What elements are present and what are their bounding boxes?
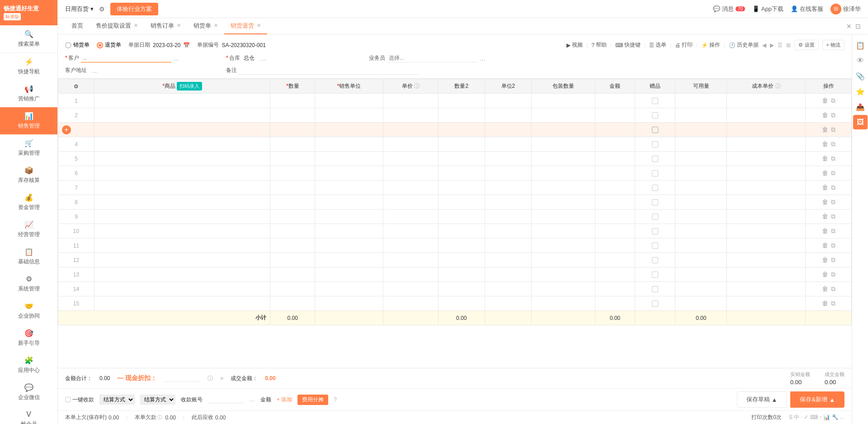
gift-checkbox[interactable] (652, 156, 658, 162)
sidebar-item-system[interactable]: ⚙ 系统管理 (0, 270, 57, 297)
gift-cell[interactable] (635, 94, 675, 108)
fee-split-btn[interactable]: 费用分摊 (297, 395, 328, 405)
gift-checkbox[interactable] (652, 214, 658, 220)
copy-icon[interactable]: ⧉ (831, 126, 835, 133)
formula-icon[interactable]: ⓘ (208, 375, 213, 382)
delete-icon[interactable]: 🗑 (822, 155, 828, 162)
app-download-btn[interactable]: 📱 App下载 (752, 5, 783, 13)
category-select[interactable]: 日用百货 ▾ (65, 5, 94, 13)
sidebar-item-quicknav[interactable]: ⚡ 快捷导航 (0, 53, 57, 80)
col-gear[interactable]: ⚙ (58, 79, 94, 94)
experience-btn[interactable]: 体验行业方案 (110, 3, 158, 15)
gift-checkbox[interactable] (652, 228, 658, 234)
one-click-checkbox[interactable] (65, 397, 71, 402)
delete-icon[interactable]: 🗑 (822, 111, 828, 119)
fee-help-icon[interactable]: ? (334, 396, 337, 403)
gift-checkbox[interactable] (652, 127, 658, 133)
copy-icon[interactable]: ⧉ (831, 184, 835, 191)
shortcut-btn[interactable]: ⌨ 快捷键 (615, 41, 641, 49)
sidebar-item-collab[interactable]: 🤝 企业协同 (0, 297, 57, 324)
delete-icon[interactable]: 🗑 (822, 97, 828, 105)
cost-price-cell[interactable] (727, 94, 806, 108)
available-cell[interactable] (675, 94, 727, 108)
gift-checkbox[interactable] (652, 141, 658, 148)
gift-checkbox[interactable] (652, 272, 658, 278)
right-panel-icon-2[interactable]: 👁 (853, 53, 868, 68)
tab-close-all-icon[interactable]: ✕ (846, 23, 852, 30)
delete-icon[interactable]: 🗑 (822, 256, 828, 264)
sidebar-item-operations[interactable]: 📈 经营管理 (0, 216, 57, 243)
calc-method-select[interactable]: 结算方式 (99, 395, 135, 405)
radio-return[interactable]: 退货单 (97, 41, 121, 49)
right-panel-icon-4[interactable]: ⭐ (853, 84, 868, 99)
sub-method-select[interactable]: 结算方式 (140, 395, 175, 405)
delete-icon[interactable]: 🗑 (822, 198, 828, 206)
address-dots[interactable]: … (92, 67, 99, 74)
add-row-btn[interactable]: + (62, 125, 71, 134)
gift-checkbox[interactable] (652, 257, 658, 263)
logistics-btn[interactable]: + 物流 (822, 40, 844, 50)
copy-icon[interactable]: ⧉ (831, 97, 835, 105)
sidebar-item-wechat[interactable]: 💬 企业微信 (0, 379, 57, 406)
delete-icon[interactable]: 🗑 (822, 271, 828, 278)
save-draft-btn[interactable]: 保存草稿 ▲ (737, 391, 787, 408)
unit2-cell[interactable] (485, 94, 531, 108)
tab-sales-order-close[interactable]: ✕ (177, 23, 181, 29)
message-btn[interactable]: 💬 消息 70 (713, 5, 745, 13)
delete-icon[interactable]: 🗑 (822, 213, 828, 220)
view-toggle-list[interactable]: ☰ (778, 42, 783, 48)
sidebar-item-inventory[interactable]: 📦 库存核算 (0, 162, 57, 189)
tab-home[interactable]: 首页 (65, 18, 90, 34)
sidebar-item-appstore[interactable]: 🧩 应用中心 (0, 352, 57, 379)
qty-cell[interactable] (270, 94, 315, 108)
delete-icon[interactable]: 🗑 (822, 242, 828, 249)
account-input[interactable] (208, 396, 244, 403)
tab-price-extract-close[interactable]: ✕ (134, 23, 138, 29)
gift-checkbox[interactable] (652, 170, 658, 176)
history-nav-next[interactable]: ▶ (770, 42, 774, 48)
sidebar-item-member[interactable]: V 畅会员 (0, 406, 57, 424)
one-click-pay[interactable]: 一键收款 (65, 396, 94, 404)
amount-cell[interactable] (595, 94, 635, 108)
user-menu[interactable]: 徐 徐泽华 (830, 4, 861, 14)
copy-icon[interactable]: ⧉ (831, 242, 835, 249)
copy-icon[interactable]: ⧉ (831, 140, 835, 148)
copy-icon[interactable]: ⧉ (831, 271, 835, 278)
gear-icon[interactable]: ⚙ (74, 83, 79, 90)
scan-btn[interactable]: 扫码录入 (177, 82, 202, 91)
gift-checkbox[interactable] (652, 243, 658, 249)
discount-input[interactable] (164, 375, 200, 382)
copy-icon[interactable]: ⧉ (831, 300, 835, 307)
right-panel-icon-6[interactable]: 🖼 (853, 115, 868, 129)
sidebar-item-guide[interactable]: 🎯 新手引导 (0, 324, 57, 352)
tab-sales-return-close[interactable]: ✕ (257, 23, 261, 29)
gift-checkbox[interactable] (652, 300, 658, 307)
save-new-btn[interactable]: 保存&新增 ▲ (790, 391, 844, 408)
help-btn[interactable]: ? 帮助 (591, 41, 607, 49)
salesperson-more-icon[interactable]: … (479, 55, 486, 62)
right-panel-icon-1[interactable]: 📋 (853, 38, 868, 52)
delete-icon[interactable]: 🗑 (822, 140, 828, 148)
gift-checkbox[interactable] (652, 112, 658, 119)
video-btn[interactable]: ▶ 视频 (566, 41, 583, 49)
operation-btn[interactable]: ⚡ 操作 (701, 41, 720, 49)
radio-sales[interactable]: 销货单 (65, 41, 90, 49)
copy-icon[interactable]: ⧉ (831, 198, 835, 206)
sidebar-item-marketing[interactable]: 📢 营销推广 (0, 80, 57, 107)
delete-icon[interactable]: 🗑 (822, 184, 828, 191)
note-input[interactable] (239, 66, 420, 75)
gift-checkbox[interactable] (652, 286, 658, 292)
sidebar-item-sales[interactable]: 📊 销售管理 (0, 107, 57, 134)
unit-cell[interactable] (315, 94, 383, 108)
sidebar-item-basic[interactable]: 📋 基础信息 (0, 243, 57, 270)
customer-more-icon[interactable]: … (173, 55, 179, 62)
history-nav-prev[interactable]: ◀ (762, 42, 766, 48)
new-product-input[interactable] (98, 127, 266, 133)
copy-icon[interactable]: ⧉ (831, 155, 835, 162)
gift-checkbox[interactable] (652, 98, 658, 104)
online-service-btn[interactable]: 👤 在线客服 (791, 5, 823, 13)
delete-icon[interactable]: 🗑 (822, 169, 828, 177)
price-cell[interactable] (383, 94, 438, 108)
delete-icon[interactable]: 🗑 (822, 227, 828, 235)
account-dots[interactable]: … (250, 396, 255, 403)
